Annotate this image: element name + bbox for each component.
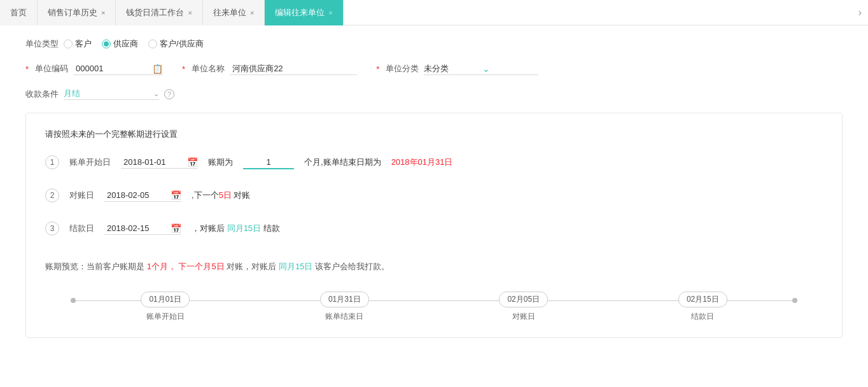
- tab-home[interactable]: 首页: [0, 0, 38, 25]
- tabs-bar: 首页 销售订单历史 × 钱货日清工作台 × 往来单位 × 编辑往来单位 × ›: [0, 0, 868, 25]
- unit-type-row: 单位类型 客户 供应商 客户/供应商: [25, 38, 843, 50]
- radio-customer-circle: [64, 39, 73, 48]
- radio-customer-label: 客户: [75, 38, 92, 50]
- step-label-3: 结款日: [69, 223, 94, 234]
- step-row-1: 1 账单开始日 📅 账期为 个月,账单结束日期为 2018年01月31日: [45, 155, 823, 169]
- unit-name-field: * 单位名称: [182, 62, 357, 75]
- tab-cash-work[interactable]: 钱货日清工作台 ×: [116, 0, 202, 25]
- preview-part4: 同月15日: [279, 262, 312, 271]
- tab-cash-work-label: 钱货日清工作台: [126, 7, 184, 18]
- payment-dropdown[interactable]: 月结 ⌄: [64, 88, 159, 100]
- step1-end-date: 2018年01月31日: [391, 157, 453, 168]
- step2-date-input: 📅: [104, 189, 181, 202]
- radio-both[interactable]: 客户/供应商: [148, 38, 204, 50]
- step-num-1: 1: [45, 155, 59, 169]
- tab-cash-work-close[interactable]: ×: [188, 9, 192, 17]
- radio-group: 客户 供应商 客户/供应商: [64, 38, 204, 50]
- category-dropdown-arrow: ⌄: [482, 64, 538, 74]
- payment-help-icon[interactable]: ?: [164, 89, 174, 99]
- tab-edit-partner-close[interactable]: ×: [328, 9, 332, 17]
- timeline-nodes: 01月01日 账单开始日 01月31日 账单结束日 02月05日 对账日 02月…: [76, 292, 792, 322]
- timeline-node-1: 01月01日 账单开始日: [141, 292, 190, 322]
- step2-date-field[interactable]: [104, 189, 168, 201]
- unit-info-row: * 单位编码 📋 * 单位名称 * 单位分类 未分类 ⌄: [25, 62, 843, 75]
- settings-card: 请按照未来的一个完整帐期进行设置 1 账单开始日 📅 账期为 个月,账单结束日期…: [25, 113, 843, 338]
- payment-label: 收款条件: [25, 88, 59, 100]
- tab-partner[interactable]: 往来单位 ×: [203, 0, 265, 25]
- tab-partner-close[interactable]: ×: [250, 9, 254, 17]
- tab-sales-history-close[interactable]: ×: [101, 9, 105, 17]
- radio-supplier-circle: [102, 39, 111, 48]
- unit-name-label: 单位名称: [192, 63, 225, 74]
- unit-type-label: 单位类型: [25, 38, 59, 50]
- timeline-node-2: 01月31日 账单结束日: [320, 292, 369, 322]
- timeline-container: 01月01日 账单开始日 01月31日 账单结束日 02月05日 对账日 02月…: [45, 292, 823, 322]
- payment-dropdown-arrow: ⌄: [153, 90, 159, 98]
- step3-calendar-icon[interactable]: 📅: [171, 223, 181, 234]
- radio-supplier[interactable]: 供应商: [102, 38, 138, 50]
- payment-value: 月结: [64, 88, 151, 99]
- step2-calendar-icon[interactable]: 📅: [171, 190, 181, 201]
- timeline-track: 01月01日 账单开始日 01月31日 账单结束日 02月05日 对账日 02月…: [76, 292, 792, 322]
- step3-date-field[interactable]: [104, 222, 168, 234]
- timeline-start-circle: [71, 298, 76, 303]
- timeline-label-4: 结款日: [691, 311, 714, 322]
- step-row-3: 3 结款日 📅 ，对账后 同月15日 结款: [45, 222, 823, 236]
- unit-category-star: *: [376, 64, 379, 74]
- timeline-node-4: 02月15日 结款日: [678, 292, 727, 322]
- step1-calendar-icon[interactable]: 📅: [187, 157, 198, 167]
- unit-code-input-wrapper: 📋: [73, 62, 163, 75]
- radio-both-label: 客户/供应商: [160, 38, 204, 50]
- step3-date-input: 📅: [104, 222, 181, 235]
- timeline-start-dot: [71, 292, 76, 303]
- unit-code-copy-icon[interactable]: 📋: [152, 64, 163, 74]
- timeline-label-1: 账单开始日: [146, 311, 185, 322]
- timeline-end-dot: [792, 292, 797, 303]
- step2-highlight: 5日: [219, 190, 232, 200]
- timeline-badge-2: 01月31日: [320, 292, 369, 307]
- tab-edit-partner-label: 编辑往来单位: [275, 7, 325, 18]
- step1-date-input: 📅: [121, 156, 198, 169]
- payment-field: 收款条件 月结 ⌄ ?: [25, 88, 174, 100]
- step-num-2: 2: [45, 188, 59, 202]
- timeline-badge-4: 02月15日: [678, 292, 727, 307]
- step2-desc: ,下一个5日 对账: [192, 190, 250, 201]
- step-row-2: 2 对账日 📅 ,下一个5日 对账: [45, 188, 823, 202]
- unit-name-star: *: [182, 64, 185, 74]
- timeline-label-2: 账单结束日: [325, 311, 363, 322]
- radio-customer[interactable]: 客户: [64, 38, 92, 50]
- unit-code-star: *: [25, 64, 29, 74]
- step1-period-input[interactable]: [243, 156, 294, 169]
- step3-highlight: 同月15日: [227, 223, 261, 233]
- unit-category-label: 单位分类: [386, 63, 419, 74]
- tab-home-label: 首页: [10, 7, 27, 18]
- unit-type-field: 单位类型 客户 供应商 客户/供应商: [25, 38, 204, 50]
- tab-sales-history-label: 销售订单历史: [48, 7, 97, 18]
- tabs-expand-icon[interactable]: ›: [852, 7, 868, 18]
- unit-category-dropdown[interactable]: 未分类 ⌄: [424, 63, 538, 75]
- payment-row: 收款条件 月结 ⌄ ?: [25, 88, 843, 100]
- preview-part3: 对账，对账后: [227, 262, 279, 271]
- preview-part2: 下一个月5日: [178, 262, 224, 271]
- unit-category-value: 未分类: [424, 63, 480, 74]
- step1-period-unit: 个月,账单结束日期为: [304, 157, 381, 168]
- step-num-3: 3: [45, 222, 59, 236]
- tab-edit-partner[interactable]: 编辑往来单位 ×: [265, 0, 343, 25]
- unit-name-input[interactable]: [230, 62, 357, 75]
- timeline-badge-3: 02月05日: [499, 292, 548, 307]
- main-content: 单位类型 客户 供应商 客户/供应商 * 单位编码: [0, 25, 868, 387]
- unit-category-field: * 单位分类 未分类 ⌄: [376, 63, 538, 75]
- preview-text: 账期预览：当前客户账期是 1个月， 下一个月5日 对账，对账后 同月15日 该客…: [45, 255, 823, 272]
- preview-part1: 1个月，: [147, 262, 176, 271]
- tab-sales-history[interactable]: 销售订单历史 ×: [38, 0, 116, 25]
- step-label-1: 账单开始日: [69, 157, 111, 168]
- radio-supplier-label: 供应商: [113, 38, 138, 50]
- timeline-badge-1: 01月01日: [141, 292, 190, 307]
- tab-partner-label: 往来单位: [213, 7, 246, 18]
- timeline-end-circle: [792, 298, 797, 303]
- unit-code-input[interactable]: [73, 62, 150, 74]
- step1-date-field[interactable]: [121, 156, 185, 168]
- timeline-label-3: 对账日: [512, 311, 535, 322]
- unit-code-field: * 单位编码 📋: [25, 62, 163, 75]
- card-title: 请按照未来的一个完整帐期进行设置: [45, 129, 823, 140]
